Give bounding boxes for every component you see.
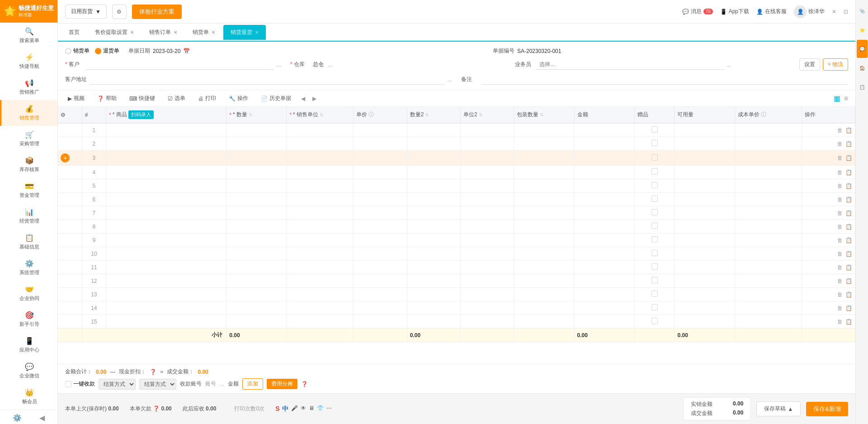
qty2-cell-11[interactable] xyxy=(407,261,460,274)
copy-icon-1[interactable]: 📋 xyxy=(845,127,852,133)
copy-icon-15[interactable]: 📋 xyxy=(845,319,852,325)
product-input-5[interactable] xyxy=(109,183,223,189)
amount-cell-13[interactable] xyxy=(574,288,634,301)
gift-cell-15[interactable] xyxy=(634,315,675,329)
copy-icon-2[interactable]: 📋 xyxy=(845,141,852,147)
available-cell-14[interactable] xyxy=(675,301,735,315)
delete-icon-5[interactable]: 🗑 xyxy=(837,183,843,189)
product-input-15[interactable] xyxy=(109,319,223,325)
pack-cell-1[interactable] xyxy=(514,123,574,137)
gift-checkbox-4[interactable] xyxy=(651,168,658,175)
gift-checkbox-1[interactable] xyxy=(651,126,658,133)
cost-cell-8[interactable] xyxy=(735,220,802,233)
price-cell-14[interactable] xyxy=(354,301,407,315)
available-cell-12[interactable] xyxy=(675,274,735,288)
product-input-14[interactable] xyxy=(109,305,223,311)
customer-input[interactable] xyxy=(86,59,274,70)
sidebar-item-vip[interactable]: 👑畅会员 xyxy=(0,384,57,410)
gift-cell-3[interactable] xyxy=(634,151,675,166)
pack-cell-2[interactable] xyxy=(514,137,574,151)
list-view-icon[interactable]: ≡ xyxy=(844,95,848,103)
amount-cell-15[interactable] xyxy=(574,315,634,329)
calc-method-select[interactable]: 结算方式 xyxy=(139,379,176,390)
icon-more[interactable]: ⋯ xyxy=(326,405,332,413)
qty2-cell-4[interactable] xyxy=(407,166,460,179)
tab-sale-order[interactable]: 销售订单 ✕ xyxy=(142,25,184,40)
delete-icon-4[interactable]: 🗑 xyxy=(837,169,843,176)
price-cell-8[interactable] xyxy=(354,220,407,233)
address-input[interactable] xyxy=(90,74,445,85)
price-cell-15[interactable] xyxy=(354,315,407,329)
tab-close-sale-goods[interactable]: ✕ xyxy=(212,30,215,35)
shortcut-btn[interactable]: ⌨ 快捷键 xyxy=(127,93,158,104)
address-dots[interactable]: ... xyxy=(448,76,452,83)
price-cell-2[interactable] xyxy=(354,137,407,151)
price-cell-10[interactable] xyxy=(354,247,407,261)
qty-cell-5[interactable] xyxy=(226,179,287,193)
barcode-btn[interactable]: 扫码录入 xyxy=(128,110,154,119)
amount-cell-3[interactable] xyxy=(574,151,634,166)
copy-icon-10[interactable]: 📋 xyxy=(845,251,852,257)
product-input-13[interactable] xyxy=(109,291,223,298)
gift-cell-8[interactable] xyxy=(634,220,675,233)
unit-cell-9[interactable] xyxy=(287,233,354,247)
save-new-button[interactable]: 保存&新增 xyxy=(806,402,848,416)
cost-cell-1[interactable] xyxy=(735,123,802,137)
unit-cell-8[interactable] xyxy=(287,220,354,233)
product-input-7[interactable] xyxy=(109,210,223,216)
product-input-10[interactable] xyxy=(109,251,223,257)
right-panel-icon-2[interactable]: ⭐ xyxy=(857,21,868,39)
sidebar-item-inventory[interactable]: 📦库存核算 xyxy=(0,152,57,177)
add-row-btn[interactable]: + xyxy=(61,153,70,162)
cost-cell-2[interactable] xyxy=(735,137,802,151)
amount-cell-1[interactable] xyxy=(574,123,634,137)
price-cell-9[interactable] xyxy=(354,233,407,247)
sidebar-item-newguide[interactable]: 🎯新手引导 xyxy=(0,306,57,332)
pack-cell-9[interactable] xyxy=(514,233,574,247)
price-cell-13[interactable] xyxy=(354,288,407,301)
save-draft-button[interactable]: 保存草稿 ▲ xyxy=(756,401,801,416)
gift-checkbox-14[interactable] xyxy=(651,304,658,310)
product-cell-11[interactable] xyxy=(106,261,226,274)
copy-icon-7[interactable]: 📋 xyxy=(845,210,852,216)
sidebar-item-system[interactable]: ⚙️系统管理 xyxy=(0,255,57,281)
close-window-icon[interactable]: ✕ xyxy=(832,9,836,15)
unit-cell-12[interactable] xyxy=(287,274,354,288)
product-cell-6[interactable] xyxy=(106,193,226,206)
gift-checkbox-7[interactable] xyxy=(651,209,658,215)
video-btn[interactable]: ▶ 视频 xyxy=(65,93,87,104)
gift-checkbox-5[interactable] xyxy=(651,182,658,188)
product-cell-1[interactable] xyxy=(106,123,226,137)
price-cell-1[interactable] xyxy=(354,123,407,137)
qty-cell-4[interactable] xyxy=(226,166,287,179)
gift-cell-9[interactable] xyxy=(634,233,675,247)
amount-cell-7[interactable] xyxy=(574,206,634,220)
copy-icon-9[interactable]: 📋 xyxy=(845,237,852,243)
unit2-cell-14[interactable] xyxy=(461,301,514,315)
gift-checkbox-2[interactable] xyxy=(651,140,658,146)
question-icon[interactable]: ❓ xyxy=(150,369,156,375)
trial-button[interactable]: 体验行业方案 xyxy=(132,5,182,19)
select-btn[interactable]: ☑ 选单 xyxy=(165,93,188,104)
salesperson-dots[interactable]: ... xyxy=(726,62,731,68)
cost-cell-4[interactable] xyxy=(735,166,802,179)
qty2-cell-9[interactable] xyxy=(407,233,460,247)
product-cell-8[interactable] xyxy=(106,220,226,233)
amount-cell-2[interactable] xyxy=(574,137,634,151)
delete-icon-2[interactable]: 🗑 xyxy=(837,141,843,147)
product-cell-3[interactable] xyxy=(106,151,226,166)
pack-cell-4[interactable] xyxy=(514,166,574,179)
gift-checkbox-3[interactable] xyxy=(651,154,658,161)
radio-sale-goods[interactable]: 销货单 xyxy=(65,47,90,55)
stat2-question[interactable]: ❓ xyxy=(153,405,160,412)
qty-cell-11[interactable] xyxy=(226,261,287,274)
qty-cell-2[interactable] xyxy=(226,137,287,151)
copy-icon-14[interactable]: 📋 xyxy=(845,305,852,311)
gift-checkbox-10[interactable] xyxy=(651,250,658,256)
product-input-3[interactable] xyxy=(109,155,223,161)
tab-close-sale-return[interactable]: ✕ xyxy=(255,30,259,35)
unit2-cell-11[interactable] xyxy=(461,261,514,274)
unit2-cell-12[interactable] xyxy=(461,274,514,288)
sidebar-item-finance[interactable]: 💳资金管理 xyxy=(0,177,57,203)
maximize-icon[interactable]: ⊡ xyxy=(844,9,848,15)
